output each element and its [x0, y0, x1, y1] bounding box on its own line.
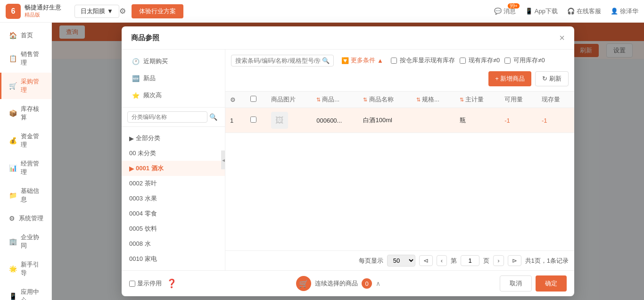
row-spec [412, 108, 455, 133]
sidebar-item-guide[interactable]: 🌟 新手引导 [0, 256, 51, 282]
product-search-icon[interactable]: 🔍 [322, 57, 330, 64]
col-unit-label: 主计量 [465, 96, 484, 103]
category-search-btn[interactable]: 🔍 [207, 113, 219, 121]
category-search-input[interactable] [127, 111, 207, 123]
table-row[interactable]: 1 🖼 000600... 白酒100ml 瓶 [225, 108, 574, 133]
filter-arrow: ▲ [377, 57, 383, 64]
cat-tea[interactable]: 0002 茶叶 [122, 176, 225, 191]
sidebar-item-system[interactable]: ⚙ 系统管理 [0, 209, 51, 227]
sidebar-home-label: 首页 [21, 31, 33, 40]
show-disabled-label[interactable]: 显示停用 [137, 279, 162, 288]
page-number-input[interactable] [461, 255, 479, 266]
refresh-table-btn[interactable]: ↻ 刷新 [535, 71, 569, 86]
modal-left-panel: 🕐 近期购买 🆕 新品 ⭐ 频次高 [122, 50, 225, 270]
sales-icon: 📋 [9, 55, 17, 62]
sidebar-item-purchase[interactable]: 🛒 采购管理 [0, 73, 51, 99]
cat-fruit-label: 0003 水果 [129, 194, 157, 203]
first-page-btn[interactable]: ⊲ [419, 255, 433, 266]
collapse-btn[interactable]: ◀◀ [221, 150, 225, 169]
sidebar-item-basic[interactable]: 📁 基础信息 [0, 182, 51, 208]
sidebar-purchase-label: 采购管理 [21, 77, 44, 94]
add-product-btn[interactable]: + 新增商品 [488, 71, 531, 86]
sidebar-system-label: 系统管理 [19, 214, 43, 223]
select-all-checkbox[interactable] [250, 96, 256, 102]
sidebar-item-operations[interactable]: 📊 经营管理 [0, 155, 51, 181]
page-word: 第 [451, 257, 457, 265]
cat-alcohol[interactable]: ▶ 0001 酒水 [122, 161, 225, 176]
help-icon[interactable]: ❓ [166, 278, 177, 289]
sidebar-item-enterprise[interactable]: 🏢 企业协同 [0, 228, 51, 255]
cat-fruit[interactable]: 0003 水果 [122, 191, 225, 206]
messages-item[interactable]: 💬 消息 99+ [494, 7, 516, 16]
modal-title: 商品参照 [131, 33, 159, 42]
existing-checkbox[interactable] [460, 58, 466, 64]
confirm-btn[interactable]: 确定 [536, 275, 567, 292]
product-search-input[interactable] [235, 57, 320, 64]
modal-close-btn[interactable]: × [559, 33, 565, 42]
sidebar-inventory-label: 库存核算 [21, 105, 44, 122]
recent-purchase-tab[interactable]: 🕐 近期购买 [127, 53, 219, 69]
col-settings[interactable]: ⚙ [225, 92, 246, 108]
cat-all[interactable]: ▶ 全部分类 [122, 131, 225, 146]
sidebar-item-home[interactable]: 🏠 首页 [0, 26, 51, 44]
enterprise-icon: 🏢 [9, 238, 17, 245]
available-checkbox[interactable] [504, 58, 511, 64]
headset-icon: 🎧 [567, 8, 575, 15]
cancel-btn[interactable]: 取消 [500, 275, 532, 292]
new-label: 新品 [143, 74, 156, 83]
row-checkbox[interactable] [246, 108, 266, 133]
filter-icon: 🔽 [341, 57, 349, 64]
new-product-tab[interactable]: 🆕 新品 [127, 70, 219, 86]
per-page-label: 每页显示 [359, 257, 383, 265]
col-stock: 现存量 [537, 92, 574, 108]
col-unit: ⇅ 主计量 [455, 92, 500, 108]
nav-selector[interactable]: 日太阳膜 ▼ [74, 5, 119, 18]
show-disabled-checkbox[interactable] [129, 281, 135, 287]
category-search-area: 🔍 [122, 108, 225, 127]
col-unit-sort[interactable]: ⇅ [460, 97, 465, 102]
expand-icon[interactable]: ∧ [376, 280, 380, 287]
warehouse-checkbox[interactable] [391, 58, 397, 64]
gear-icon[interactable]: ⚙ [119, 7, 126, 16]
user-area[interactable]: 👤 徐泽华 [611, 7, 638, 16]
logo-icon: 6 [6, 4, 21, 19]
online-service-item[interactable]: 🎧 在线客服 [567, 7, 601, 16]
per-page-select[interactable]: 50 10 20 100 [387, 255, 415, 267]
col-code-sort[interactable]: ⇅ [316, 97, 322, 102]
sidebar-item-finance[interactable]: 💰 资金管理 [0, 127, 51, 154]
sidebar-item-apps[interactable]: 📱 应用中心 [0, 283, 51, 300]
col-spec-sort[interactable]: ⇅ [416, 97, 422, 102]
existing-checkbox-label[interactable]: 现有库存≠0 [469, 56, 500, 65]
sidebar-item-sales[interactable]: 📋 销售管理 [0, 45, 51, 72]
available-checkbox-label[interactable]: 可用库存≠0 [513, 56, 545, 65]
app-download-item[interactable]: 📱 App下载 [525, 7, 558, 16]
last-page-btn[interactable]: ⊳ [508, 255, 521, 266]
col-name-sort[interactable]: ⇅ [363, 97, 369, 102]
cat-snack-label: 0004 零食 [129, 209, 157, 218]
col-check [246, 92, 266, 108]
cat-alcohol-label: 0001 酒水 [136, 164, 164, 173]
cat-appliance[interactable]: 0010 家电 [122, 251, 225, 267]
recent-label: 近期购买 [143, 57, 168, 66]
modal-body: 🕐 近期购买 🆕 新品 ⭐ 频次高 [122, 50, 574, 270]
frequent-tab[interactable]: ⭐ 频次高 [127, 87, 219, 103]
freq-icon: ⭐ [132, 92, 140, 99]
col-spec: ⇅ 规格... [412, 92, 455, 108]
row-check[interactable] [250, 117, 256, 123]
next-page-btn[interactable]: › [493, 255, 504, 266]
new-icon: 🆕 [132, 75, 140, 82]
exp-btn[interactable]: 体验行业方案 [132, 4, 183, 18]
filter-btn[interactable]: 🔽 更多条件 ▲ [339, 54, 386, 67]
cat-beverage[interactable]: 0005 饮料 [122, 221, 225, 236]
modal-footer: 显示停用 ❓ 🛒 连续选择的商品 0 ∧ 取消 确定 [122, 270, 574, 296]
cat-tea-label: 0002 茶叶 [129, 179, 157, 188]
cart-icon[interactable]: 🛒 [296, 276, 311, 291]
modal-toolbar: 🔍 🔽 更多条件 ▲ 按仓库显示现有库存 [225, 50, 574, 92]
cat-water[interactable]: 0008 水 [122, 236, 225, 251]
logo-sub: 精品版 [25, 11, 61, 18]
cat-snack[interactable]: 0004 零食 [122, 206, 225, 221]
cat-uncategorized[interactable]: 00 未分类 [122, 146, 225, 161]
prev-page-btn[interactable]: ‹ [437, 255, 447, 266]
warehouse-checkbox-label[interactable]: 按仓库显示现有库存 [400, 56, 455, 65]
sidebar-item-inventory[interactable]: 📦 库存核算 [0, 100, 51, 126]
